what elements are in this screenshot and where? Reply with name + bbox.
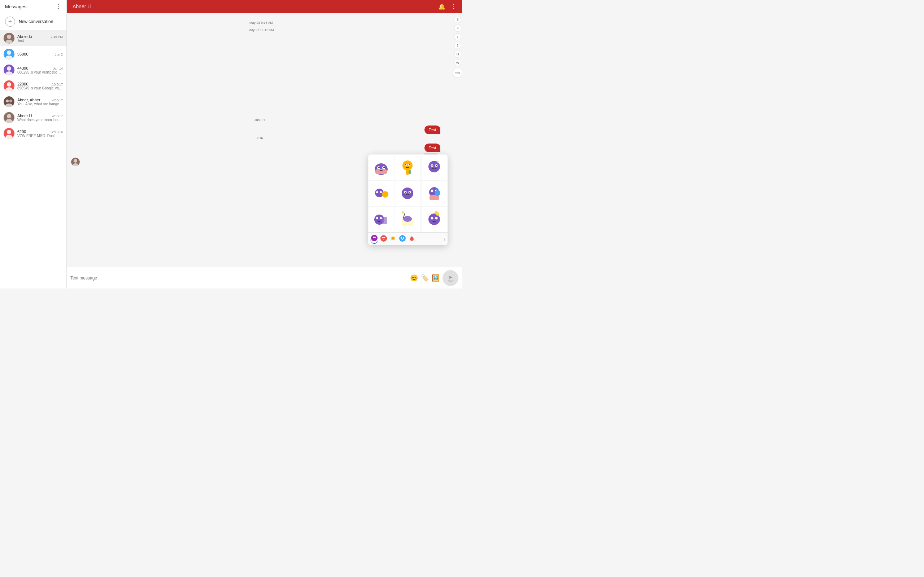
avatar-abner-li-2 (3, 112, 15, 123)
conv-name: 55000 (17, 52, 53, 56)
svg-point-71 (374, 237, 376, 238)
svg-point-10 (7, 82, 11, 87)
conv-info-abner-li-2: Abner Li 4/30/17 What does your room loo… (17, 114, 63, 122)
sticker-tab-3[interactable] (399, 234, 406, 243)
sticker-tab-4[interactable] (408, 234, 416, 243)
svg-point-32 (405, 164, 406, 166)
message-row-test: Test (71, 126, 451, 134)
svg-point-13 (6, 100, 9, 102)
sticker-1[interactable] (368, 154, 394, 180)
image-icon[interactable]: 🖼️ (432, 274, 439, 282)
sidebar-header: Messages ⋮ (0, 0, 66, 13)
more-options-icon[interactable]: ⋮ (56, 3, 61, 10)
msg-avatar-abner (71, 158, 80, 166)
svg-point-74 (384, 237, 385, 239)
svg-point-45 (380, 191, 382, 193)
conv-preview: 606295 is your verification co... (17, 70, 63, 74)
message-input[interactable] (70, 276, 407, 280)
avatar-6200 (3, 128, 15, 139)
conv-name: 44398 (17, 66, 52, 70)
svg-point-28 (402, 161, 412, 171)
message-bubble-test2: Test (425, 143, 440, 152)
conversation-item-abner-li-1[interactable]: Abner Li 2:16 PM Test (0, 30, 66, 46)
conversation-item-abner-abner[interactable]: Abner, Abner 4/30/17 You: Also, what are… (0, 94, 66, 110)
send-button[interactable]: ➤ SMS (443, 270, 459, 286)
svg-point-43 (382, 191, 388, 198)
svg-point-20 (7, 130, 11, 134)
conv-info-22000: 22000 10/6/17 896549 is your Google Voic… (17, 82, 63, 90)
sticker-7[interactable] (368, 206, 394, 232)
scroll-index: 8 9 1 2 Q W Test (453, 13, 462, 267)
sticker-4[interactable] (368, 180, 394, 206)
new-conv-icon: + (5, 16, 15, 27)
svg-point-27 (383, 167, 385, 168)
conv-name: Abner Li (17, 34, 49, 39)
svg-point-65 (431, 217, 433, 220)
sticker-8[interactable] (394, 206, 420, 232)
sticker-5[interactable] (394, 180, 420, 206)
conversation-item-22000[interactable]: 22000 10/6/17 896549 is your Google Voic… (0, 78, 66, 94)
avatar-abner-li (3, 33, 15, 44)
date-divider-jun6: Jun 6 1... (71, 118, 451, 122)
chat-header: Abner Li 🔔 ⋮ (67, 0, 462, 13)
sticker-tab-0[interactable] (370, 234, 378, 244)
svg-point-78 (401, 237, 402, 239)
sticker-icon[interactable]: 🏷️ (421, 274, 429, 282)
svg-point-63 (402, 211, 404, 213)
svg-point-61 (403, 216, 412, 222)
svg-point-44 (376, 191, 378, 193)
message-bubble-test: Test (425, 126, 440, 134)
scroll-index-9[interactable]: 9 (454, 24, 461, 32)
sticker-tab-2[interactable] (389, 234, 397, 243)
svg-point-4 (7, 50, 11, 55)
sticker-2[interactable] (394, 154, 420, 180)
emoji-icon[interactable]: 😊 (410, 274, 418, 282)
sticker-tab-1[interactable] (380, 234, 388, 243)
scroll-index-Test[interactable]: Test (452, 68, 462, 78)
header-icons: 🔔 ⋮ (438, 3, 456, 10)
svg-text:★: ★ (436, 160, 439, 164)
conv-name: 6200 (17, 129, 49, 134)
conv-info-abner-abner: Abner, Abner 4/30/17 You: Also, what are… (17, 98, 63, 106)
chat-input-area: 😊 🏷️ 🖼️ ➤ SMS (67, 267, 462, 288)
new-conversation-label: New conversation (19, 19, 53, 24)
app-title: Messages (5, 4, 26, 10)
svg-point-7 (7, 66, 11, 71)
svg-point-46 (402, 187, 413, 199)
sticker-6[interactable] (421, 180, 447, 206)
more-options-header-icon[interactable]: ⋮ (451, 3, 456, 10)
svg-rect-59 (382, 217, 387, 224)
conv-info-55000: 55000 Jun 2 (17, 52, 63, 56)
conv-name: 22000 (17, 82, 50, 86)
scroll-index-8[interactable]: 8 (454, 16, 461, 23)
conv-info-6200: 6200 12/12/16 VZW FREE MSG: Don't lose y… (17, 129, 63, 138)
conversation-item-55000[interactable]: 55000 Jun 2 (0, 46, 66, 62)
conversation-item-44398[interactable]: 44398 Jan 14 606295 is your verification… (0, 62, 66, 78)
chat-contact-name: Abner Li (73, 3, 91, 10)
sticker-9[interactable] (421, 206, 447, 232)
svg-point-58 (380, 217, 382, 219)
conv-preview: 896549 is your Google Voice ... (17, 86, 63, 90)
conv-time: 10/6/17 (52, 82, 63, 86)
conv-time: Jan 14 (53, 67, 63, 70)
conv-time: 12/12/16 (50, 130, 63, 134)
scroll-index-2[interactable]: 2 (454, 42, 461, 49)
svg-point-80 (402, 239, 403, 240)
scroll-index-1[interactable]: 1 (454, 33, 461, 40)
conversation-item-abner-li-2[interactable]: Abner Li 4/30/17 What does your room loo… (0, 110, 66, 126)
conversation-item-6200[interactable]: 6200 12/12/16 VZW FREE MSG: Don't lose y… (0, 126, 66, 141)
chat-messages: May 23 9:18 AM May 27 11:12 AM (67, 13, 462, 267)
sticker-next-button[interactable]: › (444, 236, 446, 242)
date-divider-216: 2:16... (71, 136, 451, 140)
scroll-index-W[interactable]: W (454, 59, 461, 66)
notification-icon[interactable]: 🔔 (438, 3, 446, 10)
send-label: SMS (447, 280, 453, 282)
sidebar: Messages ⋮ + New conversation Abner Li 2… (0, 0, 67, 288)
conv-name: Abner Li (17, 114, 50, 118)
svg-point-55 (435, 190, 440, 196)
sticker-3[interactable]: ★ ! (421, 154, 447, 180)
conv-name: Abner, Abner (17, 98, 50, 102)
scroll-index-Q[interactable]: Q (454, 50, 461, 58)
new-conversation-button[interactable]: + New conversation (0, 13, 66, 30)
svg-point-39 (436, 165, 437, 166)
